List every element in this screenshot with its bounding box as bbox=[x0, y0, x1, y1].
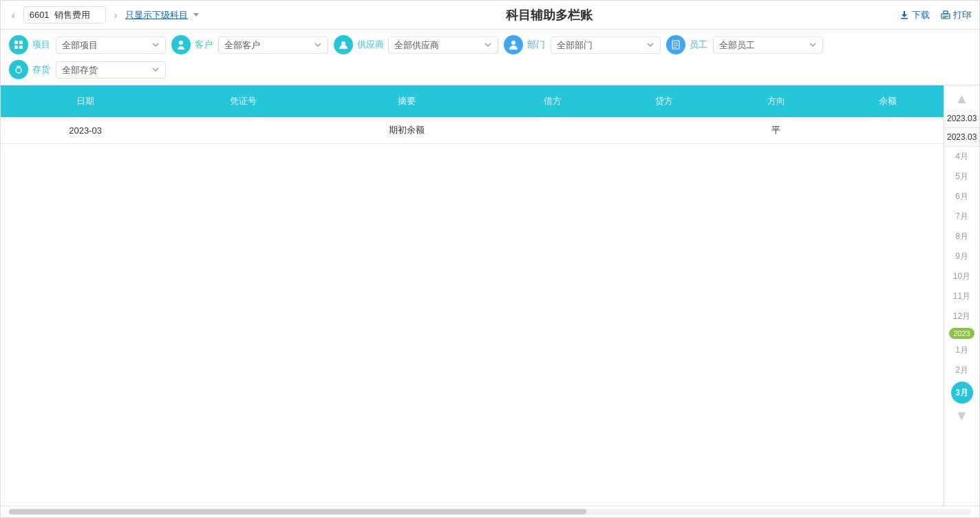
page-title: 科目辅助多栏账 bbox=[204, 7, 894, 23]
department-filter: 部门 全部部门 bbox=[504, 35, 661, 54]
data-table: 日期 凭证号 摘要 借方 贷方 方向 余额 2023-03期初余额平 bbox=[1, 85, 944, 144]
bottom-scrollbar-area bbox=[1, 506, 979, 517]
employee-label: 员工 bbox=[690, 39, 709, 51]
sidebar-month-1[interactable]: 1月 bbox=[944, 340, 979, 360]
next-account-btn[interactable]: › bbox=[111, 8, 120, 22]
employee-icon bbox=[666, 35, 685, 54]
cell-direction: 平 bbox=[721, 117, 832, 144]
cell-date: 2023-03 bbox=[1, 117, 170, 144]
project-filter: 项目 全部项目 bbox=[9, 35, 166, 54]
main-area: 日期 凭证号 摘要 借方 贷方 方向 余额 2023-03期初余额平 ▲ bbox=[1, 85, 979, 506]
sidebar-month-9[interactable]: 9月 bbox=[944, 247, 979, 267]
employee-filter: 员工 全部员工 bbox=[666, 35, 823, 54]
sidebar-month-12[interactable]: 12月 bbox=[944, 307, 979, 327]
project-label: 项目 bbox=[32, 39, 52, 51]
svg-point-15 bbox=[16, 68, 21, 73]
project-icon bbox=[9, 35, 28, 54]
sidebar-month-5[interactable]: 5月 bbox=[944, 167, 979, 187]
cell-debit bbox=[497, 117, 608, 144]
inventory-label: 存货 bbox=[32, 63, 52, 76]
col-summary: 摘要 bbox=[317, 85, 498, 117]
svg-rect-12 bbox=[674, 43, 678, 43]
scrollbar-track[interactable] bbox=[9, 509, 971, 515]
download-icon bbox=[899, 10, 909, 20]
svg-rect-3 bbox=[943, 16, 948, 17]
svg-rect-2 bbox=[944, 11, 948, 14]
col-direction: 方向 bbox=[721, 85, 832, 117]
sidebar-month-11[interactable]: 11月 bbox=[944, 287, 979, 307]
customer-filter: 客户 全部客户 bbox=[171, 35, 328, 54]
show-sub-label: 只显示下级科目 bbox=[125, 9, 188, 21]
inventory-icon bbox=[9, 60, 28, 79]
sidebar-month-10[interactable]: 10月 bbox=[944, 267, 979, 287]
sidebar-up-nav[interactable]: ▲ bbox=[952, 88, 972, 110]
svg-point-10 bbox=[511, 41, 515, 45]
svg-rect-6 bbox=[14, 45, 18, 49]
col-voucher: 凭证号 bbox=[170, 85, 316, 117]
download-button[interactable]: 下载 bbox=[899, 9, 930, 21]
sidebar-month-6[interactable]: 6月 bbox=[944, 187, 979, 207]
svg-rect-13 bbox=[674, 45, 678, 45]
filter-area: 项目 全部项目 客户 全部客户 供应商 全部供应商 bbox=[1, 30, 979, 85]
supplier-icon bbox=[334, 35, 353, 54]
account-input[interactable] bbox=[23, 6, 106, 23]
sidebar-month-4[interactable]: 4月 bbox=[944, 147, 979, 167]
supplier-label: 供应商 bbox=[357, 39, 384, 51]
sidebar-down-nav[interactable]: ▼ bbox=[952, 405, 972, 426]
sidebar-month-8[interactable]: 8月 bbox=[944, 227, 979, 247]
col-balance: 余额 bbox=[832, 85, 944, 117]
inventory-select[interactable]: 全部存货 bbox=[56, 61, 166, 79]
sidebar-period-2[interactable]: 2023.03 bbox=[944, 128, 979, 147]
action-buttons: 下载 打印 bbox=[899, 9, 971, 21]
inventory-filter: 存货 全部存货 bbox=[9, 60, 166, 79]
employee-select[interactable]: 全部员工 bbox=[713, 37, 823, 54]
svg-rect-5 bbox=[14, 41, 18, 44]
col-debit: 借方 bbox=[497, 85, 608, 117]
svg-rect-0 bbox=[901, 18, 908, 19]
table-row[interactable]: 2023-03期初余额平 bbox=[1, 117, 944, 144]
scrollbar-thumb[interactable] bbox=[9, 509, 586, 515]
supplier-filter: 供应商 全部供应商 bbox=[334, 35, 498, 54]
sidebar-month-7[interactable]: 7月 bbox=[944, 207, 979, 227]
supplier-select[interactable]: 全部供应商 bbox=[388, 37, 498, 54]
col-credit: 贷方 bbox=[608, 85, 720, 117]
project-select[interactable]: 全部项目 bbox=[56, 37, 166, 54]
sidebar-month-2[interactable]: 2月 bbox=[944, 360, 979, 380]
right-sidebar: ▲ 2023.03 2023.03 4月 5月 6月 7月 8月 9月 10月 … bbox=[944, 85, 979, 506]
col-date: 日期 bbox=[1, 85, 170, 117]
department-select[interactable]: 全部部门 bbox=[551, 37, 661, 54]
prev-account-btn[interactable]: ‹ bbox=[9, 8, 18, 22]
svg-rect-7 bbox=[19, 41, 23, 44]
customer-icon bbox=[171, 35, 191, 54]
print-icon bbox=[941, 10, 950, 20]
customer-select[interactable]: 全部客户 bbox=[218, 37, 328, 54]
main-window: ‹ › 只显示下级科目 科目辅助多栏账 下载 打印 × 项目 bbox=[0, 0, 980, 518]
show-sub-button[interactable]: 只显示下级科目 bbox=[125, 9, 199, 21]
table-area[interactable]: 日期 凭证号 摘要 借方 贷方 方向 余额 2023-03期初余额平 bbox=[1, 85, 944, 506]
cell-summary: 期初余额 bbox=[317, 117, 498, 144]
svg-rect-4 bbox=[943, 17, 946, 18]
sidebar-period-1[interactable]: 2023.03 bbox=[944, 110, 979, 128]
year-badge-2023[interactable]: 2023 bbox=[949, 328, 974, 339]
cell-voucher bbox=[170, 117, 316, 144]
cell-credit bbox=[608, 117, 720, 144]
table-header-row: 日期 凭证号 摘要 借方 贷方 方向 余额 bbox=[1, 85, 944, 117]
customer-label: 客户 bbox=[195, 39, 214, 51]
department-label: 部门 bbox=[527, 39, 546, 51]
department-icon bbox=[504, 35, 523, 54]
svg-rect-14 bbox=[674, 47, 677, 48]
cell-balance bbox=[832, 117, 944, 144]
sidebar-month-3-active[interactable]: 3月 bbox=[951, 382, 973, 404]
close-button[interactable]: × bbox=[965, 8, 972, 22]
top-bar: ‹ › 只显示下级科目 科目辅助多栏账 下载 打印 × bbox=[1, 1, 979, 30]
svg-rect-8 bbox=[19, 45, 23, 49]
chevron-down-icon bbox=[193, 13, 199, 17]
